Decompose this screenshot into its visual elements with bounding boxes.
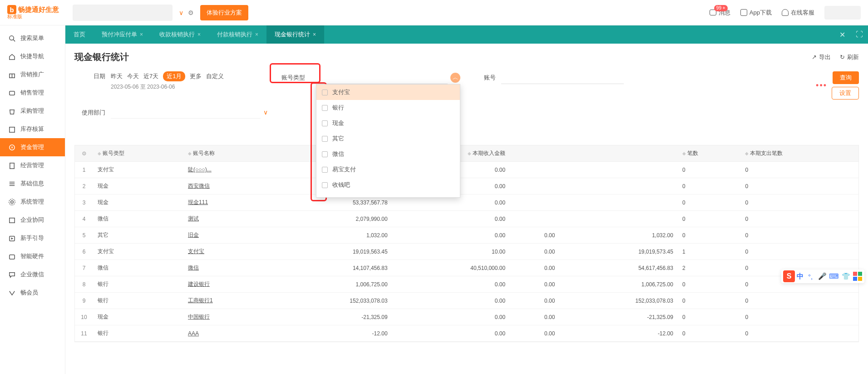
date-option[interactable]: 自定义 <box>206 72 224 80</box>
tab-label: 预付冲应付单 <box>102 30 137 39</box>
refresh-button[interactable]: ↻ 刷新 <box>840 53 859 61</box>
close-icon[interactable]: × <box>313 31 316 38</box>
tab-4[interactable]: 现金银行统计× <box>266 25 324 44</box>
column-header[interactable] <box>510 145 559 162</box>
close-icon[interactable]: × <box>140 31 143 38</box>
date-option[interactable]: 近1月 <box>163 71 185 81</box>
dropdown-option[interactable]: 收钱吧 <box>316 177 460 193</box>
close-icon[interactable]: × <box>255 31 258 38</box>
tab-2[interactable]: 收款核销执行× <box>151 25 209 44</box>
dropdown-option[interactable]: 现金 <box>316 115 460 131</box>
company-select[interactable] <box>73 5 173 21</box>
dropdown-option[interactable]: 长沙银行 <box>316 193 460 198</box>
column-header[interactable]: ◆笔数 <box>678 145 741 162</box>
row-index: 3 <box>75 194 93 211</box>
cell-name[interactable]: 微信 <box>183 260 274 276</box>
table-row: 8 银行 建设银行 1,006,725.00 0.00 0.00 1,006,7… <box>75 276 858 293</box>
search-icon <box>8 35 16 42</box>
table-row: 3 现金 现金111 53,337,567.78 0.00 0 0 <box>75 194 858 211</box>
row-index: 10 <box>75 309 93 325</box>
date-option[interactable]: 更多 <box>190 72 202 80</box>
sidebar-item-8[interactable]: 基础信息 <box>0 175 65 193</box>
column-header[interactable]: ◆本期支出笔数 <box>740 145 858 162</box>
home-icon <box>8 53 16 60</box>
tab-fullscreen[interactable]: ⛶ <box>851 25 868 44</box>
cell-name[interactable]: 现金111 <box>183 194 274 211</box>
export-button[interactable]: ↗ 导出 <box>812 53 831 61</box>
dropdown-option[interactable]: 支付宝 <box>316 85 460 100</box>
ime-skin-icon[interactable]: 👕 <box>841 271 851 281</box>
collapse-toggle[interactable]: ︿ <box>450 73 460 83</box>
settings-button[interactable]: 设置 <box>832 87 859 100</box>
ime-lang-label[interactable]: 中 <box>797 272 804 281</box>
app-download-link[interactable]: App下载 <box>740 9 772 17</box>
dropdown-option[interactable]: 银行 <box>316 100 460 115</box>
tab-close-all[interactable]: ✕ <box>833 25 851 44</box>
dropdown-option[interactable]: 微信 <box>316 146 460 162</box>
date-option[interactable]: 今天 <box>127 72 139 80</box>
chevron-down-icon[interactable]: ∨ <box>179 9 183 16</box>
sidebar-item-13[interactable]: 企业微信 <box>0 265 65 284</box>
dropdown-option[interactable]: 易宝支付 <box>316 162 460 177</box>
avatar[interactable] <box>824 6 861 20</box>
account-type-input[interactable] <box>311 71 448 84</box>
messages-link[interactable]: 99 + 消息 <box>710 9 730 17</box>
more-filters-button[interactable]: ••• <box>816 81 827 90</box>
ime-mic-icon[interactable]: 🎤 <box>817 271 827 281</box>
cell-name[interactable]: 陡(○○○)... <box>183 162 274 178</box>
table-settings-icon[interactable]: ⚙ <box>75 145 93 162</box>
cell-type: 现金 <box>93 178 183 194</box>
table-row: 4 微信 测试 2,079,990.00 0.00 0 0 <box>75 211 858 227</box>
query-button[interactable]: 查询 <box>833 71 859 84</box>
gear-icon[interactable]: ⚙ <box>188 9 194 16</box>
svg-point-0 <box>10 35 14 40</box>
sidebar-item-label: 智能硬件 <box>20 252 44 260</box>
tab-1[interactable]: 预付冲应付单× <box>94 25 151 44</box>
sidebar-item-4[interactable]: 采购管理 <box>0 102 65 120</box>
sidebar-item-12[interactable]: 智能硬件 <box>0 247 65 265</box>
ime-punct-icon[interactable]: °, <box>805 271 815 281</box>
sidebar-item-9[interactable]: 系统管理 <box>0 193 65 211</box>
cell-name[interactable]: 西安微信 <box>183 178 274 194</box>
dept-input[interactable] <box>111 106 261 119</box>
sidebar-item-1[interactable]: 快捷导航 <box>0 47 65 65</box>
sidebar-item-2[interactable]: 营销推广 <box>0 65 65 84</box>
industry-button[interactable]: 体验行业方案 <box>200 5 248 20</box>
dropdown-option[interactable]: 其它 <box>316 131 460 146</box>
content: 首页预付冲应付单×收款核销执行×付款核销执行×现金银行统计× ✕ ⛶ 现金银行统… <box>65 25 868 374</box>
support-link[interactable]: 在线客服 <box>782 9 814 17</box>
cell-name[interactable]: 旧金 <box>183 227 274 244</box>
chevron-down-icon[interactable]: ∨ <box>263 109 268 116</box>
date-option[interactable]: 昨天 <box>111 72 123 80</box>
cell-prev: 19,019,563.45 <box>274 244 392 260</box>
tab-0[interactable]: 首页 <box>65 25 94 44</box>
account-type-dropdown[interactable]: 支付宝银行现金其它微信易宝支付收钱吧长沙银行 <box>316 84 460 198</box>
topbar-right: 99 + 消息 App下载 在线客服 <box>710 6 861 20</box>
cell-name[interactable]: AAA <box>183 325 274 342</box>
close-icon[interactable]: × <box>197 31 201 38</box>
sidebar-item-0[interactable]: 搜索菜单 <box>0 29 65 47</box>
sidebar-item-11[interactable]: 新手引导 <box>0 229 65 247</box>
ime-apps-icon[interactable] <box>853 271 863 281</box>
cell-name[interactable]: 中国银行 <box>183 309 274 325</box>
column-header[interactable]: ◆账号名称 <box>183 145 274 162</box>
sidebar-item-7[interactable]: 经营管理 <box>0 156 65 175</box>
tab-3[interactable]: 付款核销执行× <box>209 25 266 44</box>
column-header[interactable]: ◆账号类型 <box>93 145 183 162</box>
cell-name[interactable]: 测试 <box>183 211 274 227</box>
sort-icon: ◆ <box>188 151 192 156</box>
cell-name[interactable]: 建设银行 <box>183 276 274 293</box>
sidebar-item-6[interactable]: ¥资金管理 <box>0 138 65 156</box>
sidebar-item-10[interactable]: 企业协同 <box>0 211 65 229</box>
sidebar-item-5[interactable]: 库存核算 <box>0 120 65 138</box>
cell-name[interactable]: 工商银行1 <box>183 293 274 309</box>
cell-name[interactable]: 支付宝 <box>183 244 274 260</box>
sidebar-item-14[interactable]: 畅会员 <box>0 284 65 302</box>
sidebar: 搜索菜单快捷导航营销推广销售管理采购管理库存核算¥资金管理经营管理基础信息系统管… <box>0 25 65 374</box>
ime-keyboard-icon[interactable]: ⌨ <box>829 271 839 281</box>
account-input[interactable] <box>501 71 624 84</box>
date-option[interactable]: 近7天 <box>143 72 158 80</box>
dropdown-option-label: 支付宝 <box>332 88 350 96</box>
column-header[interactable] <box>559 145 678 162</box>
sidebar-item-3[interactable]: 销售管理 <box>0 84 65 102</box>
